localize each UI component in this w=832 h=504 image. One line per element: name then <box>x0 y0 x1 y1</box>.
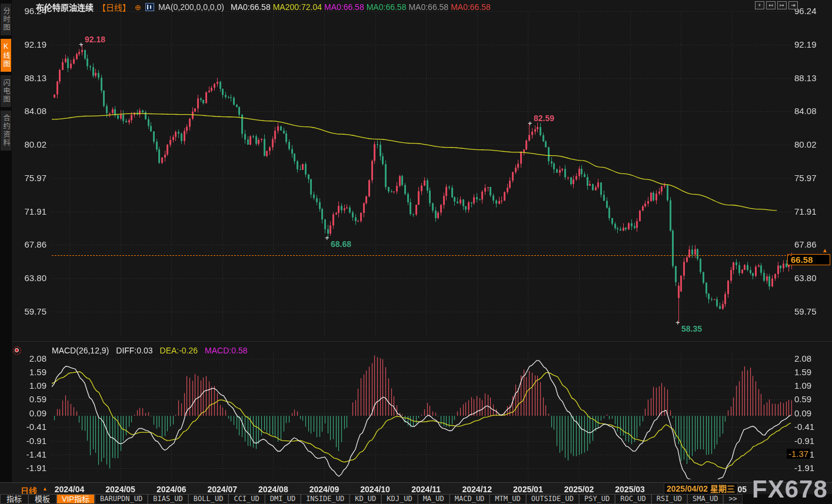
month-tick-label: 2024/04 <box>51 485 88 494</box>
macd-indicator-header: MACD(26,12,9) DIFF:0.03 DEA:-0.26 MACD:0… <box>52 346 247 355</box>
month-tick-label: 2024/05 <box>102 485 139 494</box>
candlestick-icon[interactable] <box>145 3 154 11</box>
circle-plus-icon[interactable]: ⊕ <box>135 3 141 12</box>
trading-app-window: 分时图K线图闪电图合约资料 布伦特原油连续 【日线】 ⊕ MA(0,200,0,… <box>0 0 832 504</box>
ma-value-0: MA0:66.58 <box>231 2 271 12</box>
month-tick-label: 2024/08 <box>255 485 291 494</box>
toolbar-item-6[interactable]: CCI_UD <box>228 494 264 504</box>
toolbar-item-16[interactable]: ROC_UD <box>615 494 651 504</box>
month-tick-label: 2024/09 <box>306 485 342 494</box>
toolbar-item-0[interactable]: 指标 <box>0 494 28 504</box>
candlestick-chart-canvas[interactable] <box>0 0 832 482</box>
toolbar-item-5[interactable]: BOLL_UD <box>188 494 229 504</box>
axis-shift-icon[interactable]: ⇥ <box>788 1 798 9</box>
pan-icon[interactable]: + <box>755 1 764 9</box>
toolbar-item-7[interactable]: DMI_UD <box>265 494 301 504</box>
macd-diff-value: DIFF:0.03 <box>116 346 152 355</box>
toolbar-item-9[interactable]: KD_UD <box>350 494 381 504</box>
macd-macd-value: MACD:0.58 <box>205 346 247 355</box>
toolbar-item-8[interactable]: INSIDE_UD <box>301 494 350 504</box>
chart-tool-buttons: +↤↦⇥ <box>755 1 798 9</box>
ma-value-2: MA0:66.58 <box>324 2 364 12</box>
month-tick-label: 2024/07 <box>204 485 241 494</box>
indicator-alert-icon[interactable] <box>13 346 21 355</box>
ma-value-5: MA0:66.58 <box>451 2 491 12</box>
period-arrow-icon[interactable]: ▲ <box>42 486 48 492</box>
month-tick-label: 2025/01 <box>510 485 546 494</box>
month-tick-label: 2024/06 <box>153 485 189 494</box>
toolbar-item-10[interactable]: KDJ_UD <box>381 494 417 504</box>
sidebar-item-2[interactable]: 闪电图 <box>1 75 11 107</box>
toolbar-item-more[interactable]: >> <box>723 494 742 504</box>
ma-settings-label: MA(0,200,0,0,0,0) <box>158 2 224 12</box>
toolbar-item-15[interactable]: PSY_UD <box>579 494 615 504</box>
sidebar-item-3[interactable]: 合约资料 <box>1 111 11 151</box>
ma-value-3: MA0:66.58 <box>367 2 407 12</box>
toolbar-item-14[interactable]: OUTSIDE_UD <box>526 494 579 504</box>
toolbar-item-4[interactable]: BIAS_UD <box>148 494 188 504</box>
crosshair-date-tooltip: 2025/04/02 星期三 <box>664 483 738 495</box>
indicator-toolbar: 指标模板VIP指标BARUPDN_UDBIAS_UDBOLL_UDCCI_UDD… <box>0 494 832 504</box>
toolbar-item-2[interactable]: VIP指标 <box>56 494 95 504</box>
ma-values-group: MA0:66.58MA200:72.04MA0:66.58MA0:66.58MA… <box>228 2 491 12</box>
toolbar-item-17[interactable]: RSI_UD <box>651 494 687 504</box>
toolbar-item-3[interactable]: BARUPDN_UD <box>95 494 148 504</box>
macd-title: MACD(26,12,9) <box>52 346 109 355</box>
month-tick-label: 2024/10 <box>357 485 394 494</box>
toolbar-item-11[interactable]: MA_UD <box>418 494 450 504</box>
toolbar-item-12[interactable]: MACD_UD <box>450 494 490 504</box>
sidebar-item-0[interactable]: 分时图 <box>1 4 11 35</box>
time-axis-row: 日线 ▲ 2024/042024/052024/062024/072024/08… <box>0 482 832 495</box>
chart-header: 布伦特原油连续 【日线】 ⊕ MA(0,200,0,0,0,0) MA0:66.… <box>36 1 491 13</box>
left-sidebar: 分时图K线图闪电图合约资料 <box>0 0 12 482</box>
toolbar-item-1[interactable]: 模板 <box>28 494 56 504</box>
macd-dea-value: DEA:-0.26 <box>160 346 198 355</box>
period-tag: 【日线】 <box>98 1 131 13</box>
axis-left-icon[interactable]: ↤ <box>766 1 776 9</box>
ma-value-4: MA0:66.58 <box>408 2 448 12</box>
sidebar-item-1[interactable]: K线图 <box>1 39 11 72</box>
month-tick-label: 2024/11 <box>408 485 444 494</box>
month-tick-label: 2024/12 <box>459 485 495 494</box>
month-tick-label: 2025/03 <box>612 485 648 494</box>
instrument-title: 布伦特原油连续 <box>36 1 94 13</box>
month-tick-label: 2025/02 <box>561 485 597 494</box>
ma-value-1: MA200:72.04 <box>273 2 322 12</box>
toolbar-item-18[interactable]: SMA_UD <box>687 494 723 504</box>
axis-right-icon[interactable]: ↦ <box>777 1 787 9</box>
toolbar-item-13[interactable]: MTM_UD <box>490 494 525 504</box>
